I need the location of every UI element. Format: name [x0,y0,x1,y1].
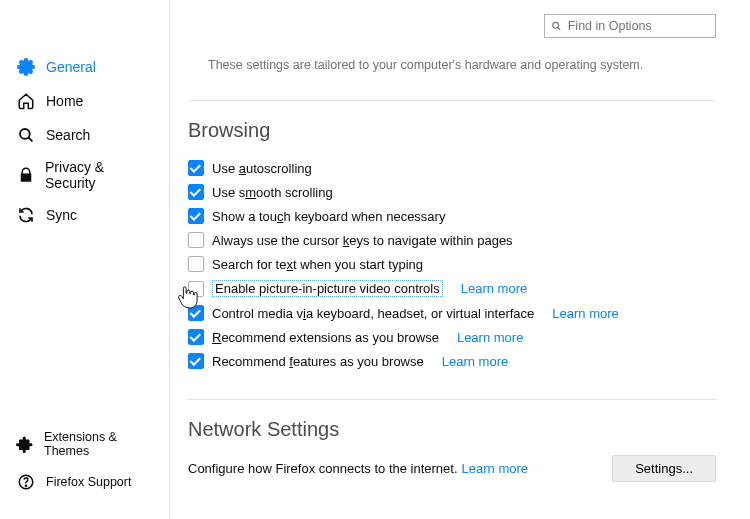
option-label[interactable]: Use autoscrolling [212,161,312,176]
svg-line-2 [28,137,32,141]
svg-point-5 [553,22,559,28]
option-row: Recommend features as you browseLearn mo… [188,349,716,373]
option-label[interactable]: Control media via keyboard, headset, or … [212,306,534,321]
checkbox[interactable] [188,184,204,200]
help-icon [16,472,36,492]
svg-point-1 [20,129,30,139]
option-label[interactable]: Search for text when you start typing [212,257,423,272]
search-input[interactable] [568,19,709,33]
learn-more-link[interactable]: Learn more [461,281,527,296]
checkbox[interactable] [188,232,204,248]
svg-line-6 [558,27,560,29]
sidebar: General Home Search Privacy & Security [0,0,170,519]
search-options-box[interactable] [544,14,716,38]
sidebar-item-general[interactable]: General [0,50,169,84]
checkbox[interactable] [188,353,204,369]
option-label[interactable]: Enable picture-in-picture video controls [212,280,443,297]
sync-icon [16,205,36,225]
sidebar-item-support[interactable]: Firefox Support [0,465,169,499]
network-desc: Configure how Firefox connects to the in… [188,461,458,476]
sidebar-item-privacy[interactable]: Privacy & Security [0,152,169,198]
option-row: Search for text when you start typing [188,252,716,276]
gear-icon [16,57,36,77]
option-label[interactable]: Always use the cursor keys to navigate w… [212,233,513,248]
intro-text: These settings are tailored to your comp… [188,38,716,100]
learn-more-link[interactable]: Learn more [442,354,508,369]
sidebar-item-label: Sync [46,207,77,223]
section-title-network: Network Settings [188,418,716,441]
sidebar-item-sync[interactable]: Sync [0,198,169,232]
option-row: Always use the cursor keys to navigate w… [188,228,716,252]
section-browsing: Browsing Use autoscrollingUse smooth scr… [188,119,716,373]
svg-point-4 [25,485,26,486]
search-icon [551,20,562,32]
lock-icon [16,165,35,185]
option-label[interactable]: Recommend extensions as you browse [212,330,439,345]
option-label[interactable]: Recommend features as you browse [212,354,424,369]
option-label[interactable]: Show a touch keyboard when necessary [212,209,445,224]
puzzle-icon [16,434,34,454]
divider [188,100,716,101]
checkbox[interactable] [188,256,204,272]
checkbox[interactable] [188,329,204,345]
option-row: Show a touch keyboard when necessary [188,204,716,228]
sidebar-item-extensions[interactable]: Extensions & Themes [0,423,169,465]
network-learn-more-link[interactable]: Learn more [462,461,528,476]
divider [188,399,716,400]
checkbox[interactable] [188,208,204,224]
sidebar-footer-label: Extensions & Themes [44,430,153,458]
option-row: Recommend extensions as you browseLearn … [188,325,716,349]
sidebar-item-label: Privacy & Security [45,159,153,191]
checkbox[interactable] [188,305,204,321]
option-label[interactable]: Use smooth scrolling [212,185,333,200]
search-icon [16,125,36,145]
sidebar-item-home[interactable]: Home [0,84,169,118]
sidebar-footer-label: Firefox Support [46,475,131,489]
home-icon [16,91,36,111]
content: These settings are tailored to your comp… [170,0,750,519]
sidebar-item-label: Home [46,93,83,109]
checkbox[interactable] [188,160,204,176]
sidebar-item-label: Search [46,127,90,143]
network-settings-button[interactable]: Settings... [612,455,716,482]
sidebar-item-label: General [46,59,96,75]
section-network: Network Settings Configure how Firefox c… [188,418,716,482]
learn-more-link[interactable]: Learn more [457,330,523,345]
section-title-browsing: Browsing [188,119,716,142]
learn-more-link[interactable]: Learn more [552,306,618,321]
option-row: Enable picture-in-picture video controls… [188,276,716,301]
option-row: Control media via keyboard, headset, or … [188,301,716,325]
option-row: Use smooth scrolling [188,180,716,204]
option-row: Use autoscrolling [188,156,716,180]
sidebar-item-search[interactable]: Search [0,118,169,152]
checkbox[interactable] [188,281,204,297]
